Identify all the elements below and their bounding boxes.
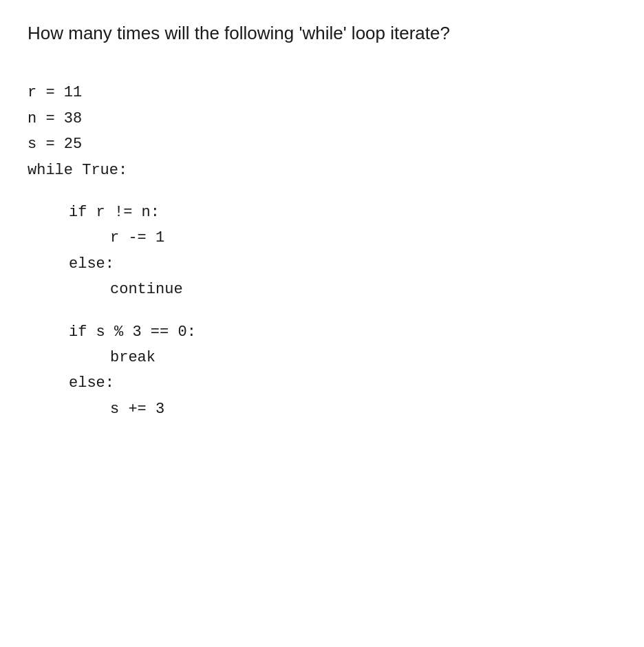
code-line-7: else: — [28, 251, 616, 277]
code-line-6: r -= 1 — [28, 225, 616, 251]
code-line-4: while True: — [28, 158, 616, 183]
code-line-3: s = 25 — [28, 131, 616, 157]
code-line-11: else: — [28, 370, 616, 396]
question-title: How many times will the following 'while… — [28, 21, 616, 45]
code-line-10: break — [28, 345, 616, 370]
code-line-9: if s % 3 == 0: — [28, 319, 616, 345]
code-line-2: n = 38 — [28, 106, 616, 131]
code-line-5: if r != n: — [28, 200, 616, 225]
code-block: r = 11 n = 38 s = 25 while True: if r !=… — [28, 80, 616, 422]
code-line-8: continue — [28, 277, 616, 302]
code-line-12: s += 3 — [28, 396, 616, 422]
code-line-1: r = 11 — [28, 80, 616, 105]
